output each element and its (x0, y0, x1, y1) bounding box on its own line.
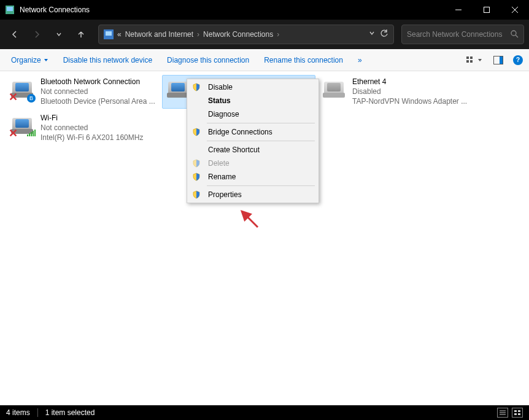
shield-icon (191, 159, 202, 168)
connection-status: Not connected (41, 87, 157, 96)
breadcrumb-chevron-icon: › (197, 30, 199, 39)
app-icon (5, 5, 15, 15)
addressbar[interactable]: « Network and Internet › Network Connect… (98, 25, 394, 44)
disable-device-button[interactable]: Disable this network device (58, 53, 157, 67)
svg-rect-10 (466, 56, 469, 59)
status-selected-count: 1 item selected (45, 408, 95, 417)
search-icon[interactable] (510, 29, 519, 40)
menu-diagnose[interactable]: Diagnose (188, 107, 317, 121)
menu-label: Delete (208, 159, 230, 168)
svg-rect-18 (31, 132, 32, 136)
svg-rect-26 (518, 410, 520, 412)
organize-button[interactable]: Organize (6, 53, 53, 67)
svg-rect-1 (7, 7, 13, 11)
adapter-icon: ✕ (9, 113, 36, 140)
connection-status: Disabled (352, 87, 469, 96)
wifi-signal-icon (27, 128, 37, 139)
connection-name: Wi-Fi (41, 113, 157, 123)
up-button[interactable] (71, 25, 91, 44)
help-button[interactable]: ? (513, 55, 523, 65)
window-title: Network Connections (20, 6, 444, 14)
svg-rect-15 (500, 56, 503, 64)
titlebar: Network Connections (0, 0, 529, 20)
view-options-button[interactable] (465, 55, 484, 65)
searchbar[interactable] (401, 25, 524, 44)
shield-icon (191, 173, 202, 181)
forward-button[interactable] (27, 25, 47, 44)
menu-separator (207, 123, 315, 123)
menu-separator (207, 185, 315, 186)
breadcrumb-prefix[interactable]: « (117, 30, 122, 39)
svg-rect-25 (514, 410, 517, 412)
breadcrumb-item[interactable]: Network and Internet (125, 30, 193, 39)
address-dropdown-icon[interactable] (369, 29, 375, 40)
svg-rect-17 (29, 133, 30, 136)
svg-rect-27 (514, 413, 517, 415)
menu-label: Status (208, 96, 231, 105)
minimize-button[interactable] (444, 0, 473, 20)
connection-name: Bluetooth Network Connection (41, 77, 157, 87)
back-button[interactable] (5, 25, 25, 44)
svg-line-9 (515, 35, 518, 37)
shield-icon (191, 83, 202, 91)
breadcrumb-chevron-icon: › (277, 30, 279, 39)
adapter-icon (320, 77, 347, 104)
disconnected-x-icon: ✕ (9, 90, 18, 104)
overflow-button[interactable]: » (353, 53, 367, 67)
recent-dropdown-button[interactable] (49, 25, 69, 44)
connection-status: Not connected (41, 123, 157, 133)
shield-icon (191, 190, 202, 199)
menu-label: Rename (208, 173, 236, 181)
disconnected-x-icon: ✕ (9, 126, 18, 140)
breadcrumb-item[interactable]: Network Connections (203, 30, 273, 39)
context-menu: Disable Status Diagnose Bridge Connectio… (187, 79, 319, 203)
location-icon (104, 29, 114, 39)
bluetooth-badge-icon: B (27, 94, 36, 103)
view-details-button[interactable] (497, 408, 508, 418)
menu-separator (207, 141, 315, 141)
svg-rect-3 (484, 7, 490, 13)
connection-item-bluetooth[interactable]: ✕ B Bluetooth Network Connection Not con… (6, 75, 160, 109)
connection-name: Ethernet 4 (352, 77, 469, 87)
close-button[interactable] (501, 0, 529, 20)
rename-button[interactable]: Rename this connection (259, 53, 348, 67)
view-large-button[interactable] (512, 408, 523, 418)
menu-delete: Delete (188, 157, 317, 170)
svg-rect-28 (518, 413, 520, 415)
connection-device: Intel(R) Wi-Fi 6 AX201 160MHz (41, 133, 157, 142)
svg-rect-12 (466, 60, 469, 63)
menu-label: Disable (208, 83, 233, 91)
menu-label: Create Shortcut (208, 146, 260, 154)
maximize-button[interactable] (473, 0, 501, 20)
connection-item-wifi[interactable]: ✕ Wi-Fi Not connected Intel(R) Wi-Fi 6 A… (6, 111, 160, 145)
connection-device: TAP-NordVPN Windows Adapter ... (352, 96, 469, 106)
menu-label: Properties (208, 190, 242, 199)
connection-item-ethernet4[interactable]: Ethernet 4 Disabled TAP-NordVPN Windows … (318, 75, 471, 109)
svg-rect-11 (470, 56, 473, 59)
preview-pane-button[interactable] (492, 55, 504, 66)
svg-rect-20 (34, 130, 36, 136)
diagnose-button[interactable]: Diagnose this connection (162, 53, 254, 67)
menu-bridge[interactable]: Bridge Connections (188, 125, 317, 139)
statusbar: 4 items 1 item selected (0, 405, 529, 420)
connection-device: Bluetooth Device (Personal Area ... (41, 96, 157, 106)
svg-rect-19 (33, 131, 34, 136)
menu-properties[interactable]: Properties (188, 188, 317, 201)
svg-point-8 (511, 31, 516, 36)
navbar: « Network and Internet › Network Connect… (0, 20, 529, 49)
menu-label: Bridge Connections (208, 128, 272, 136)
menu-create-shortcut[interactable]: Create Shortcut (188, 143, 317, 157)
shield-icon (191, 128, 202, 136)
search-input[interactable] (407, 30, 510, 39)
adapter-icon: ✕ B (9, 77, 36, 104)
menu-status[interactable]: Status (188, 94, 317, 107)
svg-rect-13 (470, 60, 473, 63)
status-item-count: 4 items (6, 408, 30, 417)
menu-label: Diagnose (208, 110, 239, 119)
svg-rect-16 (27, 134, 28, 136)
refresh-button[interactable] (380, 29, 388, 40)
svg-rect-7 (106, 31, 112, 36)
menu-rename[interactable]: Rename (188, 170, 317, 184)
menu-disable[interactable]: Disable (188, 80, 317, 94)
toolbar: Organize Disable this network device Dia… (0, 49, 529, 71)
